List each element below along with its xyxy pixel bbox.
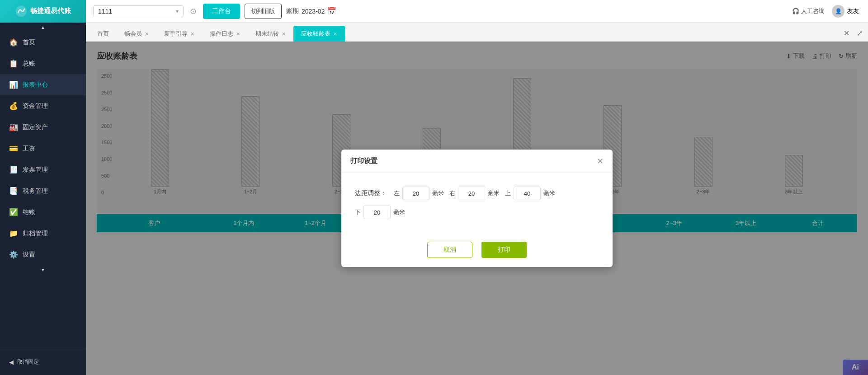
invoice-icon: 🧾	[9, 165, 18, 174]
tab-guide-close[interactable]: ✕	[190, 31, 194, 37]
collapse-icon: ◀	[9, 359, 14, 366]
ledger-icon: 📋	[9, 59, 18, 68]
cancel-button[interactable]: 取消	[427, 242, 472, 258]
period-value: 2023-02	[302, 8, 325, 15]
tab-guide-label: 新手引导	[164, 30, 188, 38]
margin-top-group: 上 毫米	[505, 187, 555, 200]
sidebar-label-settings: 设置	[23, 251, 35, 259]
workbench-button[interactable]: 工作台	[203, 4, 240, 19]
tab-ar-aging[interactable]: 应收账龄表 ✕	[293, 26, 345, 42]
sidebar-scroll-down[interactable]: ▼	[0, 265, 86, 274]
tab-period-end-label: 期末结转	[255, 30, 279, 38]
margin-left-group: 左 毫米	[394, 187, 444, 200]
tab-home[interactable]: 首页	[90, 26, 117, 42]
tab-operation-log[interactable]: 操作日志 ✕	[202, 26, 248, 42]
tab-operation-log-label: 操作日志	[210, 30, 233, 38]
sidebar-scroll-up[interactable]: ▲	[0, 23, 86, 32]
sidebar-label-invoice: 发票管理	[23, 166, 48, 174]
tab-operation-log-close[interactable]: ✕	[236, 31, 240, 37]
margin-right-label: 右	[449, 189, 455, 197]
calendar-icon[interactable]: 📅	[327, 7, 336, 15]
margin-label: 边距调整：	[355, 189, 387, 197]
margin-left-input[interactable]	[402, 187, 429, 200]
collapse-label: 取消固定	[17, 358, 39, 366]
tab-member-label: 畅会员	[124, 30, 142, 38]
sidebar-item-ledger[interactable]: 📋 总账	[0, 53, 86, 74]
sidebar-item-funds[interactable]: 💰 资金管理	[0, 95, 86, 117]
tab-ar-aging-label: 应收账龄表	[301, 30, 330, 38]
headset-icon: 🎧	[792, 8, 799, 14]
margin-bottom-group: 下 毫米	[355, 206, 405, 219]
margin-bottom-unit: 毫米	[393, 208, 405, 216]
copy-button[interactable]: ⊙	[188, 5, 198, 18]
margin-left-label: 左	[394, 189, 400, 197]
page-inner: 应收账龄表 ⬇ 下载 🖨 打印 ↻ 刷新	[86, 42, 868, 375]
tab-member[interactable]: 畅会员 ✕	[117, 26, 156, 42]
dialog-close-button[interactable]: ✕	[597, 157, 604, 165]
margin-right-group: 右 毫米	[449, 187, 500, 200]
period-label: 账期	[286, 7, 299, 15]
salary-icon: 💳	[9, 144, 18, 153]
sidebar-bottom: ◀ 取消固定	[0, 349, 86, 375]
company-selector[interactable]: 1111 ▾	[93, 5, 184, 17]
sidebar-collapse-button[interactable]: ◀ 取消固定	[0, 354, 86, 370]
margin-top-input[interactable]	[514, 187, 541, 200]
tab-bar: 首页 畅会员 ✕ 新手引导 ✕ 操作日志 ✕ 期末结转 ✕ 应收账龄表 ✕	[86, 23, 868, 42]
dialog-title: 打印设置	[350, 157, 377, 165]
sidebar-label-salary: 工资	[23, 145, 35, 153]
dialog-footer: 取消 打印	[341, 233, 613, 267]
tab-bar-right: ✕ ⤢	[842, 27, 864, 41]
dialog-header: 打印设置 ✕	[341, 150, 613, 173]
user-name: 友友	[847, 7, 859, 15]
funds-icon: 💰	[9, 102, 18, 110]
sidebar-item-salary[interactable]: 💳 工资	[0, 138, 86, 159]
support-label: 人工咨询	[801, 7, 825, 15]
settings-icon: ⚙️	[9, 250, 18, 259]
logo: 畅捷通易代账	[0, 0, 86, 23]
reports-icon: 📊	[9, 80, 18, 89]
margin-bottom-input[interactable]	[363, 206, 391, 219]
sidebar-label-funds: 资金管理	[23, 102, 48, 110]
home-icon: 🏠	[9, 38, 18, 47]
support-link[interactable]: 🎧 人工咨询	[792, 7, 825, 15]
sidebar-item-reports[interactable]: 📊 报表中心	[0, 74, 86, 95]
sidebar-label-home: 首页	[23, 38, 35, 47]
sidebar-label-tax: 税务管理	[23, 187, 48, 195]
dialog-overlay: 打印设置 ✕ 边距调整： 左 毫米	[86, 42, 868, 375]
dialog-body: 边距调整： 左 毫米 右 毫米	[341, 173, 613, 233]
sidebar-item-home[interactable]: 🏠 首页	[0, 32, 86, 53]
confirm-print-button[interactable]: 打印	[481, 242, 527, 258]
sidebar-item-assets[interactable]: 🏭 固定资产	[0, 117, 86, 138]
sidebar-label-archive: 归档管理	[23, 230, 48, 238]
margin-right-input[interactable]	[458, 187, 485, 200]
tab-ar-aging-close[interactable]: ✕	[333, 31, 337, 37]
sidebar-label-assets: 固定资产	[23, 123, 48, 131]
tab-member-close[interactable]: ✕	[145, 31, 149, 37]
sidebar-item-settings[interactable]: ⚙️ 设置	[0, 244, 86, 265]
logo-icon	[15, 5, 28, 18]
sidebar-item-settlement[interactable]: ✅ 结账	[0, 202, 86, 223]
company-name: 1111	[98, 8, 172, 15]
sidebar-item-archive[interactable]: 📁 归档管理	[0, 223, 86, 244]
sidebar-item-tax[interactable]: 📑 税务管理	[0, 180, 86, 202]
assets-icon: 🏭	[9, 123, 18, 131]
period-area: 账期 2023-02 📅	[286, 7, 336, 15]
chevron-down-icon: ▾	[176, 8, 179, 14]
avatar: 👤	[832, 5, 844, 18]
margin-left-unit: 毫米	[432, 189, 444, 197]
switch-version-button[interactable]: 切到旧版	[245, 4, 282, 19]
sidebar-label-reports: 报表中心	[23, 81, 48, 89]
tab-period-end[interactable]: 期末结转 ✕	[248, 26, 293, 42]
sidebar-item-invoice[interactable]: 🧾 发票管理	[0, 159, 86, 180]
header-middle: 1111 ▾ ⊙ 工作台 切到旧版 账期 2023-02 📅	[86, 4, 792, 19]
archive-icon: 📁	[9, 229, 18, 238]
tab-expand-button[interactable]: ⤢	[855, 27, 864, 39]
tab-period-end-close[interactable]: ✕	[282, 31, 286, 37]
user-area[interactable]: 👤 友友	[832, 5, 859, 18]
content-area: 首页 畅会员 ✕ 新手引导 ✕ 操作日志 ✕ 期末结转 ✕ 应收账龄表 ✕	[86, 23, 868, 375]
tab-close-button[interactable]: ✕	[842, 27, 851, 39]
page-content: 应收账龄表 ⬇ 下载 🖨 打印 ↻ 刷新	[86, 42, 868, 375]
sidebar: ▲ 🏠 首页 📋 总账 📊 报表中心 💰 资金管理 🏭 固定资产 💳 工资 🧾 …	[0, 23, 86, 375]
tab-guide[interactable]: 新手引导 ✕	[156, 26, 202, 42]
top-header: 畅捷通易代账 1111 ▾ ⊙ 工作台 切到旧版 账期 2023-02 📅 🎧 …	[0, 0, 868, 23]
